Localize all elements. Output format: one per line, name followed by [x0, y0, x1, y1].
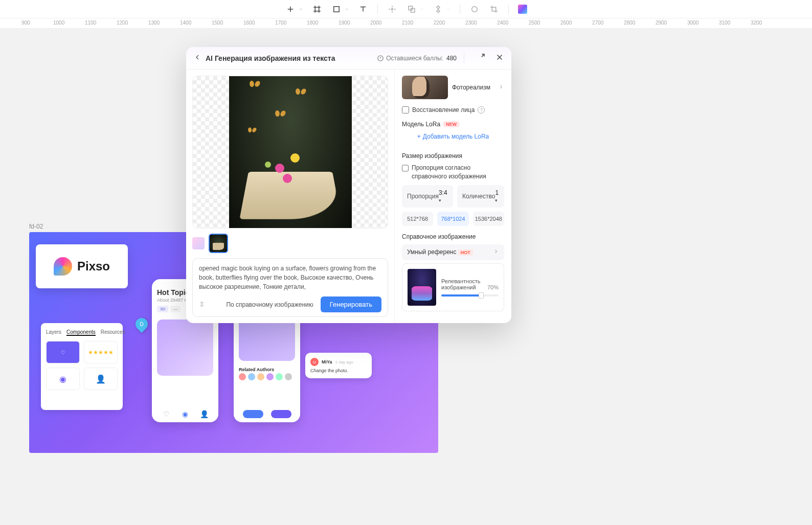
mock-phone1-image — [157, 319, 213, 376]
boolean-chevron[interactable] — [420, 4, 424, 14]
face-restore-input[interactable] — [402, 106, 409, 113]
generate-button[interactable]: Генерировать — [321, 296, 381, 312]
add-lora-button[interactable]: + Добавить модель LoRa — [402, 128, 504, 145]
preview-canvas — [192, 76, 388, 229]
prompt-input[interactable]: opened magic book luying on a surface, f… — [199, 264, 381, 291]
pixso-logo-card: Pixso — [36, 244, 128, 288]
frame-tool[interactable] — [312, 4, 322, 14]
relevance-slider[interactable] — [441, 294, 499, 296]
size-section-label: Размер изображения — [402, 152, 504, 159]
boolean-tool[interactable] — [407, 4, 417, 14]
chevron-right-icon — [498, 84, 504, 92]
reference-card: Релевантность изображений 70% — [402, 263, 504, 311]
size-options: 512*768 768*1024 1536*2048 — [402, 212, 504, 226]
crop-tool[interactable] — [489, 4, 499, 14]
ratio-select[interactable]: Пропорция 3:4 ▾ — [402, 185, 453, 208]
align-tool[interactable] — [387, 4, 397, 14]
like-pill — [271, 410, 291, 418]
mask-tool[interactable] — [469, 4, 480, 14]
style-selector[interactable]: Фотореализм — [402, 76, 504, 99]
mock-cell-avatar: 👤 — [84, 368, 118, 390]
expand-prompt-icon[interactable]: ⇕ — [199, 299, 205, 310]
hot-badge: HOT — [458, 249, 473, 256]
user-icon: 👤 — [200, 410, 208, 418]
toolbar-sep-3 — [508, 5, 509, 14]
ai-brand-icon — [192, 237, 205, 249]
size-opt-2[interactable]: 1536*2048 — [473, 212, 504, 226]
style-label: Фотореализм — [452, 84, 494, 91]
size-opt-1[interactable]: 768*1024 — [437, 212, 468, 226]
ai-generation-panel: AI Генерация изображения из текста Остав… — [186, 47, 511, 323]
toolbar-sep-2 — [460, 5, 460, 14]
mock-tab-resources: Resources — [101, 329, 125, 336]
add-tool-chevron[interactable] — [299, 4, 303, 14]
pixso-icon — [54, 257, 72, 276]
svg-point-4 — [471, 6, 477, 12]
ai-panel-title: AI Генерация изображения из текста — [206, 54, 373, 62]
mock-cell-compass: ◉ — [46, 368, 80, 390]
add-tool[interactable] — [285, 4, 296, 14]
mock-authors-label: Related Authors — [234, 364, 300, 373]
svg-point-1 — [391, 8, 393, 10]
style-thumbnail — [402, 76, 448, 99]
text-tool[interactable] — [358, 4, 368, 14]
chevron-right-icon — [493, 248, 499, 256]
comment-time: 1 day ago — [335, 360, 353, 364]
plus-icon: + — [417, 133, 421, 140]
prompt-container: opened magic book luying on a surface, f… — [192, 258, 388, 317]
component-chevron[interactable] — [446, 4, 450, 14]
close-icon[interactable] — [495, 53, 504, 63]
comment-user: MiYa — [322, 359, 332, 364]
expand-icon[interactable] — [477, 53, 486, 63]
ai-settings-column: Фотореализм Восстановление лица ? Модель… — [395, 70, 511, 323]
by-reference-link[interactable]: По справочному изображению — [226, 300, 313, 309]
count-select[interactable]: Количество 1 ▾ — [457, 185, 504, 208]
help-icon[interactable]: ? — [478, 106, 485, 113]
generated-image[interactable] — [229, 76, 352, 229]
toolbar-sep — [377, 5, 378, 14]
reference-thumbnail[interactable] — [408, 269, 436, 306]
ai-tool-icon[interactable] — [518, 5, 527, 14]
share-pill — [243, 410, 263, 418]
relevance-value: 70% — [487, 284, 499, 290]
svg-rect-0 — [333, 6, 339, 12]
shape-tool[interactable] — [331, 4, 342, 14]
new-badge: NEW — [443, 121, 459, 127]
component-tool[interactable] — [433, 4, 443, 14]
ai-panel-header: AI Генерация изображения из текста Остав… — [186, 47, 511, 70]
comment-msg: Change the photo. — [310, 368, 367, 373]
compass-icon: ◉ — [181, 410, 189, 418]
comment-avatar: U — [310, 358, 319, 366]
heart-icon: ♡ — [162, 410, 170, 418]
mock-comment-card: U MiYa 1 day ago Change the photo. — [305, 353, 372, 378]
mock-cell-heart: ♡ — [46, 341, 80, 363]
smart-reference-select[interactable]: Умный референс HOT — [402, 244, 504, 260]
horizontal-ruler: 8009001000110012001300140015001600170018… — [0, 18, 812, 29]
shape-tool-chevron[interactable] — [345, 4, 349, 14]
face-restore-checkbox[interactable]: Восстановление лица ? — [402, 106, 504, 113]
lora-section-label: Модель LoRa NEW — [402, 121, 504, 128]
mock-tab-layers: Layers — [46, 329, 61, 336]
ratio-from-ref-input[interactable] — [402, 165, 409, 172]
points-indicator: Оставшиеся баллы: 480 — [377, 55, 457, 62]
mock-layers-panel: Layers Components Resources ♡ ★★★★★ ◉ 👤 — [41, 323, 123, 410]
relevance-label: Релевантность изображений — [441, 278, 481, 290]
result-thumbnail[interactable] — [209, 234, 228, 253]
ref-section-label: Справочное изображение — [402, 233, 504, 240]
ai-preview-column: opened magic book luying on a surface, f… — [186, 70, 395, 323]
mock-tab-components: Components — [66, 329, 96, 336]
frame-label: fd-02 — [29, 223, 43, 230]
back-button[interactable] — [193, 53, 201, 63]
size-opt-0[interactable]: 512*768 — [402, 212, 433, 226]
top-toolbar — [0, 0, 812, 18]
mock-chip-3d: 3D — [157, 306, 168, 312]
pixso-wordmark: Pixso — [77, 259, 110, 273]
mock-cell-stars: ★★★★★ — [84, 341, 118, 363]
ratio-from-ref-checkbox[interactable]: Пропорция согласно справочного изображен… — [402, 164, 504, 181]
thumbnail-row — [192, 234, 388, 253]
